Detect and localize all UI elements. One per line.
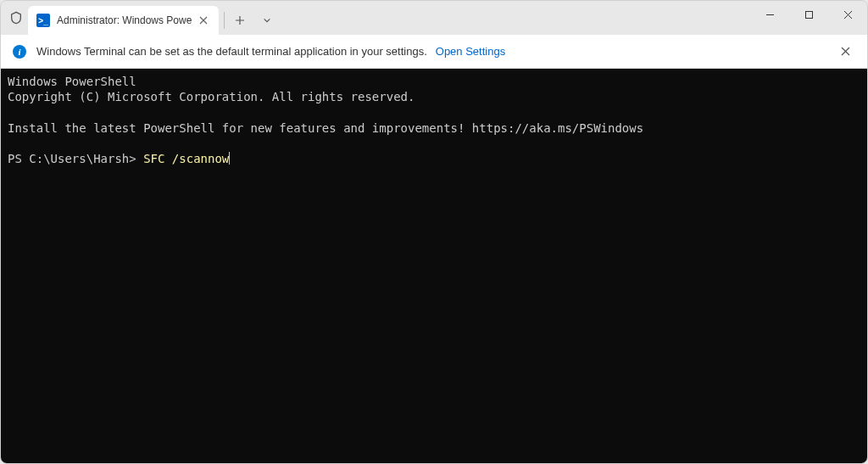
titlebar: >_ Administrator: Windows Powe bbox=[1, 1, 867, 35]
tab-title: Administrator: Windows Powe bbox=[57, 14, 192, 26]
tab-divider bbox=[224, 12, 225, 29]
terminal-output[interactable]: Windows PowerShell Copyright (C) Microso… bbox=[1, 69, 867, 464]
terminal-cursor bbox=[229, 152, 230, 165]
tab-controls bbox=[222, 6, 281, 35]
maximize-button[interactable] bbox=[789, 1, 828, 28]
powershell-icon-glyph: >_ bbox=[38, 16, 47, 25]
terminal-header-line2: Copyright (C) Microsoft Corporation. All… bbox=[8, 90, 415, 103]
infobar: i Windows Terminal can be set as the def… bbox=[1, 35, 867, 69]
info-icon: i bbox=[13, 45, 26, 59]
admin-shield-icon bbox=[8, 9, 25, 26]
infobar-message: Windows Terminal can be set as the defau… bbox=[36, 45, 427, 58]
tab-close-button[interactable] bbox=[197, 14, 210, 27]
infobar-close-button[interactable] bbox=[835, 42, 855, 62]
powershell-icon: >_ bbox=[36, 14, 50, 27]
terminal-prompt: PS C:\Users\Harsh> bbox=[8, 152, 143, 165]
info-icon-glyph: i bbox=[18, 47, 20, 57]
terminal-command: SFC /scannow bbox=[143, 152, 229, 165]
minimize-button[interactable] bbox=[750, 1, 789, 28]
tab-dropdown-button[interactable] bbox=[253, 7, 281, 34]
terminal-header-line1: Windows PowerShell bbox=[8, 75, 136, 88]
window-controls bbox=[750, 1, 867, 35]
window-close-button[interactable] bbox=[828, 1, 867, 28]
svg-rect-5 bbox=[805, 11, 812, 18]
terminal-install-msg: Install the latest PowerShell for new fe… bbox=[8, 121, 643, 135]
new-tab-button[interactable] bbox=[226, 7, 253, 34]
tab-powershell[interactable]: >_ Administrator: Windows Powe bbox=[28, 6, 219, 35]
open-settings-link[interactable]: Open Settings bbox=[436, 45, 505, 58]
